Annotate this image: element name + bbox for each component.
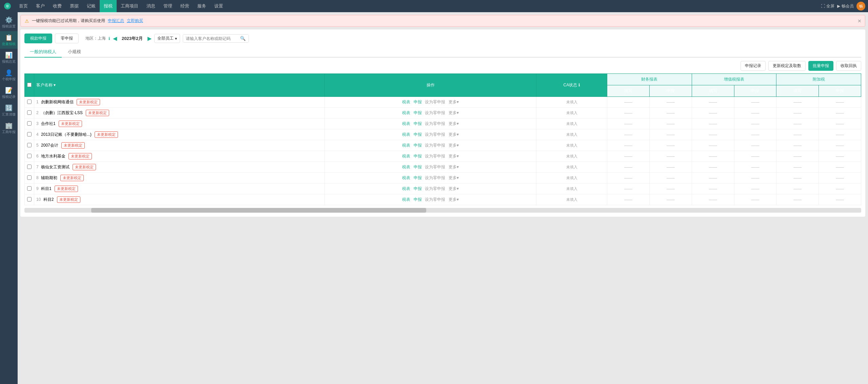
op-set-zero[interactable]: 设为零申报	[425, 175, 445, 180]
tab-zero-declaration[interactable]: 零申报	[55, 34, 79, 43]
nav-business[interactable]: 工商项目	[117, 0, 142, 12]
tab-tax-declaration[interactable]: 税款申报	[24, 34, 52, 43]
period-prev-button[interactable]: ◀	[113, 35, 117, 42]
sidebar-item-calc-clear[interactable]: 🔢 汇算清缴	[0, 102, 18, 119]
op-more[interactable]: 更多▾	[449, 100, 459, 104]
op-declare[interactable]: 申报	[414, 186, 422, 191]
op-set-zero[interactable]: 设为零申报	[425, 110, 445, 115]
search-button[interactable]: 🔍	[237, 35, 249, 42]
op-set-zero[interactable]: 设为零申报	[425, 100, 445, 104]
op-more[interactable]: 更多▾	[449, 186, 459, 191]
sidebar-item-report-overview[interactable]: 📊 报税总览	[0, 49, 18, 66]
row-checkbox-0[interactable]	[27, 100, 32, 104]
row-checkbox-3[interactable]	[27, 132, 32, 136]
op-tax-table[interactable]: 税表	[402, 175, 410, 180]
notification-close-button[interactable]: ✕	[857, 18, 862, 24]
search-input[interactable]	[183, 35, 237, 42]
op-more[interactable]: 更多▾	[449, 110, 459, 115]
row-checkbox-7[interactable]	[27, 175, 32, 180]
select-all-checkbox[interactable]	[27, 83, 32, 87]
op-more[interactable]: 更多▾	[449, 143, 459, 148]
collect-receipt-button[interactable]: 收取回执	[836, 61, 861, 71]
row-customer-name: 10 科目2 未更新税定	[34, 194, 325, 205]
op-tax-table[interactable]: 税表	[402, 197, 410, 202]
op-tax-table[interactable]: 税表	[402, 121, 410, 126]
op-more[interactable]: 更多▾	[449, 154, 459, 158]
notification-link-summary[interactable]: 申报汇总	[108, 18, 124, 24]
op-tax-table[interactable]: 税表	[402, 165, 410, 169]
op-tax-table[interactable]: 税表	[402, 186, 410, 191]
sidebar-item-batch-tax[interactable]: 📋 批量报税	[0, 31, 18, 49]
op-tax-table[interactable]: 税表	[402, 154, 410, 158]
update-tax-button[interactable]: 更新税定及取数	[768, 61, 806, 71]
op-declare[interactable]: 申报	[414, 154, 422, 158]
op-tax-table[interactable]: 税表	[402, 100, 410, 104]
op-declare[interactable]: 申报	[414, 110, 422, 115]
batch-declare-button[interactable]: 批量申报	[808, 61, 833, 71]
app-logo[interactable]: 草	[3, 1, 12, 11]
nav-home[interactable]: 首页	[15, 0, 32, 12]
op-tax-table[interactable]: 税表	[402, 143, 410, 148]
op-declare[interactable]: 申报	[414, 100, 422, 104]
op-tax-table[interactable]: 税表	[402, 132, 410, 137]
table-row: 10 科目2 未更新税定 税表 申报 设为零申报 更多▾ 未填入 —— —— —…	[25, 194, 861, 205]
sidebar-item-tax-settings[interactable]: ⚙️ 报税设置	[0, 14, 18, 31]
staff-filter-select[interactable]: 全部员工 ▾	[154, 34, 180, 43]
op-more[interactable]: 更多▾	[449, 197, 459, 202]
nav-invoice[interactable]: 票据	[66, 0, 83, 12]
nav-operations[interactable]: 经营	[176, 0, 193, 12]
op-set-zero[interactable]: 设为零申报	[425, 132, 445, 137]
nav-messages[interactable]: 消息	[142, 0, 159, 12]
row-checkbox-4[interactable]	[27, 143, 32, 147]
row-operations: 税表 申报 设为零申报 更多▾	[324, 162, 536, 173]
row-checkbox-2[interactable]	[27, 121, 32, 126]
op-tax-table[interactable]: 税表	[402, 110, 410, 115]
avatar[interactable]: 畅	[856, 2, 865, 10]
nav-tax[interactable]: 报税	[100, 0, 117, 12]
row-checkbox-5[interactable]	[27, 154, 32, 158]
op-more[interactable]: 更多▾	[449, 175, 459, 180]
sub-tab-general[interactable]: 一般的纳税人	[24, 47, 62, 58]
op-more[interactable]: 更多▾	[449, 132, 459, 137]
nav-billing[interactable]: 收费	[49, 0, 66, 12]
op-set-zero[interactable]: 设为零申报	[425, 186, 445, 191]
notification-link-buy[interactable]: 立即购买	[127, 18, 143, 24]
region-info-icon[interactable]: ℹ	[108, 36, 110, 41]
scrollbar-thumb[interactable]	[91, 208, 426, 213]
nav-management[interactable]: 管理	[159, 0, 176, 12]
row-checkbox-1[interactable]	[27, 110, 32, 115]
op-more[interactable]: 更多▾	[449, 165, 459, 169]
op-set-zero[interactable]: 设为零申报	[425, 197, 445, 202]
row-status-badge: 未更新税定	[60, 175, 84, 181]
op-set-zero[interactable]: 设为零申报	[425, 165, 445, 169]
op-set-zero[interactable]: 设为零申报	[425, 143, 445, 148]
sidebar-item-personal-report[interactable]: 👤 个税申报	[0, 66, 18, 84]
row-checkbox-9[interactable]	[27, 197, 32, 201]
op-declare[interactable]: 申报	[414, 175, 422, 180]
business-report-icon: 🏢	[5, 122, 13, 129]
nav-settings[interactable]: 设置	[210, 0, 227, 12]
declaration-records-button[interactable]: 申报记录	[741, 61, 766, 71]
op-set-zero[interactable]: 设为零申报	[425, 121, 445, 126]
op-declare[interactable]: 申报	[414, 132, 422, 137]
op-declare[interactable]: 申报	[414, 165, 422, 169]
sort-icon[interactable]: ▾	[54, 83, 56, 87]
sub-tab-small[interactable]: 小规模	[62, 47, 86, 58]
op-declare[interactable]: 申报	[414, 143, 422, 148]
op-declare[interactable]: 申报	[414, 121, 422, 126]
row-checkbox-6[interactable]	[27, 165, 32, 169]
nav-accounting[interactable]: 记账	[83, 0, 100, 12]
op-more[interactable]: 更多▾	[449, 121, 459, 126]
nav-customer[interactable]: 客户	[32, 0, 49, 12]
nav-services[interactable]: 服务	[193, 0, 210, 12]
op-declare[interactable]: 申报	[414, 197, 422, 202]
ca-info-icon[interactable]: ℹ	[578, 83, 580, 87]
member-button[interactable]: ▶ 畅会员	[837, 3, 854, 9]
period-next-button[interactable]: ▶	[147, 35, 152, 42]
fullscreen-button[interactable]: ⛶ 全屏	[821, 3, 834, 9]
sidebar-item-tax-records[interactable]: 📝 报税记录	[0, 84, 18, 102]
row-checkbox-8[interactable]	[27, 186, 32, 191]
sidebar-item-business-report[interactable]: 🏢 工商年报	[0, 119, 18, 137]
horizontal-scrollbar[interactable]	[24, 208, 861, 213]
op-set-zero[interactable]: 设为零申报	[425, 154, 445, 158]
